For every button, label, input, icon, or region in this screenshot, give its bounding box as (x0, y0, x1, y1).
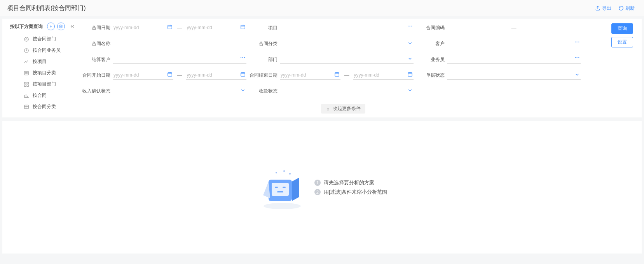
filter-row: 合同名称 合同分类 客户 ··· (79, 39, 607, 48)
export-label: 导出 (602, 5, 611, 12)
scheme-add-button[interactable] (47, 23, 55, 30)
svg-point-1 (24, 37, 29, 41)
page-title: 项目合同利润表(按合同部门) (7, 4, 86, 12)
scheme-item-project-category[interactable]: 按项目分类 (2, 67, 79, 79)
query-button[interactable]: 查询 (611, 23, 633, 34)
svg-rect-15 (408, 73, 412, 76)
refresh-button[interactable]: 刷新 (618, 5, 635, 12)
settings-button[interactable]: 设置 (611, 37, 633, 47)
scheme-item-project-dept[interactable]: 按项目部门 (2, 79, 79, 90)
date-input[interactable] (186, 23, 247, 32)
scheme-item-label: 按项目 (33, 58, 47, 65)
scheme-item-label: 按合同部门 (33, 36, 56, 42)
contract-start-to[interactable] (186, 71, 247, 80)
receipt-status-select[interactable] (280, 87, 414, 95)
field-contract-start-date: 合同开始日期 — (79, 71, 246, 80)
settlement-customer-picker[interactable]: ··· (113, 55, 246, 64)
field-department: 部门 (246, 55, 414, 64)
scheme-item-label: 按合同业务员 (33, 47, 61, 54)
field-empty (414, 87, 581, 95)
field-contract-date: 合同日期 — (79, 23, 246, 32)
scheme-item-contract-category[interactable]: 按合同分类 (2, 101, 79, 112)
calendar-icon[interactable] (407, 72, 413, 78)
svg-rect-7 (24, 85, 26, 86)
contract-name-input[interactable] (113, 39, 246, 48)
guide-step-1: 1 请先选择要分析的方案 (314, 179, 387, 186)
date-input[interactable] (113, 23, 173, 32)
empty-state: 1 请先选择要分析的方案 2 用[过滤]条件来缩小分析范围 (257, 164, 387, 211)
customer-picker[interactable]: ··· (447, 40, 581, 48)
salesperson-picker[interactable]: ··· (447, 55, 581, 64)
calendar-icon[interactable] (167, 24, 173, 31)
result-area: 1 请先选择要分析的方案 2 用[过滤]条件来缩小分析范围 (2, 121, 642, 254)
date-input[interactable] (280, 71, 340, 79)
ellipsis-icon[interactable]: ··· (407, 23, 413, 29)
bill-status-select[interactable] (447, 71, 581, 80)
list-icon (23, 70, 30, 76)
contract-end-to[interactable] (353, 71, 414, 80)
page-header: 项目合同利润表(按合同部门) 导出 刷新 (0, 0, 644, 16)
date-input[interactable] (186, 71, 247, 79)
chevron-down-icon[interactable] (240, 87, 246, 94)
scheme-item-contract-sales[interactable]: 按合同业务员 (2, 45, 79, 56)
filter-row: 合同开始日期 — 合同结束日期 (79, 71, 607, 80)
svg-rect-6 (27, 82, 28, 84)
svg-point-0 (61, 26, 62, 27)
svg-rect-10 (168, 25, 172, 29)
ellipsis-icon[interactable]: ··· (240, 54, 246, 60)
calendar-icon[interactable] (240, 72, 246, 78)
date-separator: — (173, 25, 186, 31)
contract-code-from[interactable] (447, 24, 508, 32)
field-receipt-status: 收款状态 (246, 87, 414, 95)
table-icon (23, 104, 30, 110)
scheme-item-contract-dept[interactable]: 按合同部门 (2, 33, 79, 45)
contract-code-to[interactable] (520, 24, 581, 32)
chevron-down-icon[interactable] (407, 40, 413, 47)
scheme-settings-button[interactable] (57, 23, 65, 30)
contract-date-from[interactable] (113, 23, 173, 32)
department-select[interactable] (280, 55, 414, 64)
collapse-conditions-button[interactable]: 收起更多条件 (321, 104, 365, 114)
scheme-sidebar-head: 按以下方案查询 (2, 23, 79, 33)
revenue-confirm-status-select[interactable] (113, 87, 246, 95)
ellipsis-icon[interactable]: ··· (574, 39, 580, 45)
export-icon (595, 5, 600, 11)
svg-rect-9 (24, 105, 29, 108)
field-contract-category: 合同分类 (246, 39, 414, 48)
clock-icon (23, 47, 30, 54)
field-project: 项目 ··· (246, 23, 414, 32)
scheme-sidebar-title: 按以下方案查询 (10, 23, 45, 30)
chevron-down-icon[interactable] (407, 87, 413, 94)
contract-category-select[interactable] (280, 40, 414, 48)
project-picker[interactable]: ··· (280, 24, 414, 32)
calendar-icon[interactable] (240, 24, 246, 31)
contract-start-from[interactable] (113, 71, 173, 80)
chevron-down-icon[interactable] (574, 72, 580, 79)
scheme-item-contract[interactable]: 按合同 (2, 90, 79, 101)
contract-end-from[interactable] (280, 71, 340, 80)
svg-point-16 (264, 203, 301, 209)
field-label: 合同编码 (414, 24, 445, 31)
filter-row: 收入确认状态 收款状态 (79, 87, 607, 95)
calendar-icon[interactable] (334, 72, 340, 78)
scheme-item-project[interactable]: 按项目 (2, 56, 79, 67)
sidebar-collapse-button[interactable] (69, 23, 76, 30)
field-label: 合同结束日期 (246, 72, 277, 79)
field-revenue-confirm-status: 收入确认状态 (79, 87, 246, 95)
scheme-item-label: 按合同分类 (33, 103, 56, 110)
svg-point-2 (26, 38, 27, 40)
field-label: 收入确认状态 (79, 88, 110, 94)
dept-icon (23, 36, 30, 42)
date-input[interactable] (353, 71, 414, 79)
field-customer: 客户 ··· (414, 39, 581, 48)
export-button[interactable]: 导出 (595, 5, 611, 12)
field-label: 项目 (246, 24, 277, 31)
svg-rect-11 (241, 25, 245, 29)
date-input[interactable] (113, 71, 173, 79)
svg-rect-20 (283, 187, 286, 188)
contract-date-to[interactable] (186, 23, 247, 32)
scheme-item-label: 按合同 (33, 92, 47, 99)
ellipsis-icon[interactable]: ··· (574, 54, 580, 60)
calendar-icon[interactable] (167, 72, 173, 78)
chevron-down-icon[interactable] (407, 56, 413, 63)
